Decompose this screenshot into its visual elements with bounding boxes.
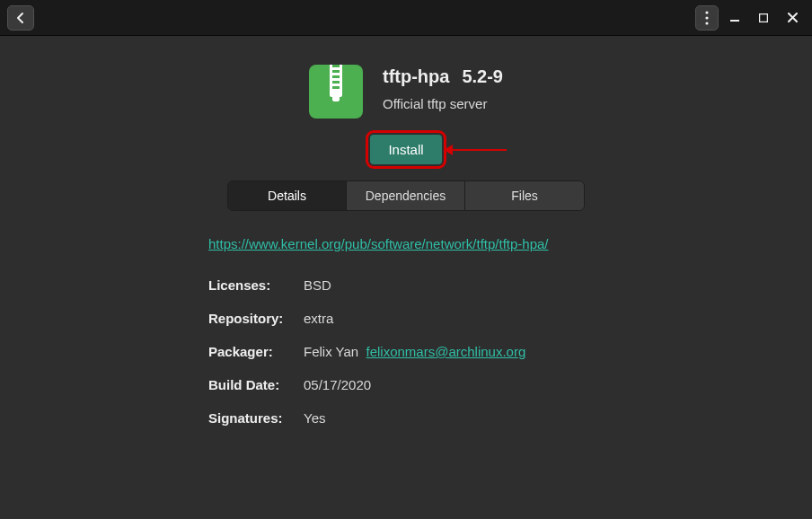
maximize-button[interactable]	[751, 5, 776, 31]
tab-details[interactable]: Details	[228, 181, 347, 210]
package-name: tftp-hpa	[383, 66, 449, 87]
svg-rect-4	[760, 13, 768, 22]
signatures-label: Signatures:	[208, 410, 304, 426]
row-packager: Packager: Felix Yan felixonmars@archlinu…	[208, 344, 604, 359]
repository-value: extra	[304, 311, 333, 326]
package-description: Official tftp server	[383, 96, 503, 111]
arrow-left-icon	[13, 11, 28, 25]
install-row: Install	[370, 135, 441, 164]
row-builddate: Build Date: 05/17/2020	[208, 377, 604, 392]
minimize-button[interactable]	[722, 5, 747, 31]
tab-files[interactable]: Files	[465, 181, 584, 210]
svg-point-2	[705, 22, 708, 24]
signatures-value: Yes	[304, 410, 325, 426]
package-header: tftp-hpa 5.2-9 Official tftp server	[309, 65, 503, 119]
tabs: Details Dependencies Files	[227, 180, 585, 211]
minimize-icon	[730, 13, 739, 22]
builddate-value: 05/17/2020	[304, 377, 371, 392]
svg-point-0	[705, 11, 708, 13]
packager-name: Felix Yan	[304, 344, 358, 359]
row-repository: Repository: extra	[208, 311, 604, 326]
licenses-label: Licenses:	[208, 277, 304, 293]
packager-label: Packager:	[208, 344, 304, 359]
close-button[interactable]	[780, 5, 805, 31]
package-url-link[interactable]: https://www.kernel.org/pub/software/netw…	[208, 236, 549, 251]
row-signatures: Signatures: Yes	[208, 410, 604, 426]
annotation-arrow	[451, 149, 507, 151]
menu-button[interactable]	[695, 5, 719, 31]
install-button[interactable]: Install	[370, 135, 441, 164]
svg-rect-3	[730, 20, 739, 22]
details-panel: https://www.kernel.org/pub/software/netw…	[208, 236, 604, 444]
tab-dependencies[interactable]: Dependencies	[347, 181, 465, 210]
builddate-label: Build Date:	[208, 377, 304, 392]
row-licenses: Licenses: BSD	[208, 277, 604, 293]
close-icon	[788, 13, 798, 22]
licenses-value: BSD	[304, 277, 331, 293]
packager-email-link[interactable]: felixonmars@archlinux.org	[366, 344, 526, 359]
header-bar	[0, 0, 812, 36]
content-area: tftp-hpa 5.2-9 Official tftp server Inst…	[0, 36, 812, 444]
maximize-icon	[759, 13, 768, 22]
package-archive-icon	[309, 65, 363, 119]
repository-label: Repository:	[208, 311, 304, 326]
svg-point-1	[705, 16, 708, 19]
package-version: 5.2-9	[462, 66, 503, 87]
kebab-menu-icon	[705, 11, 709, 25]
back-button[interactable]	[7, 5, 34, 31]
